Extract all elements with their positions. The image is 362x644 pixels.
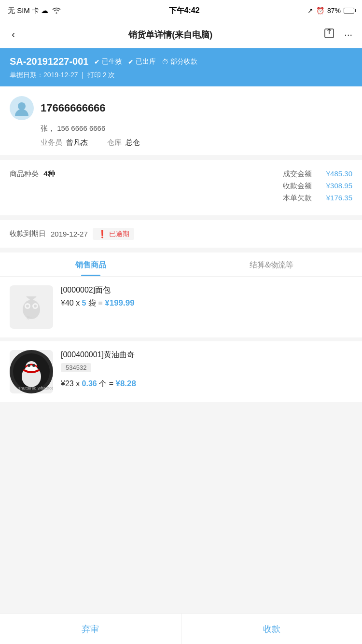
product-qty-2: 0.36 [82,379,97,388]
nav-bar: ‹ 销货单详情(来自电脑) ··· [0,21,362,48]
list-item: shuttered whatnot [000400001]黄油曲奇 534532… [0,341,362,402]
bottom-bar: 弃审 收款 [0,613,362,644]
tab-products[interactable]: 销售商品 [0,252,181,276]
no-sim-label: 无 SIM 卡 ☁ [8,6,48,15]
check-icon-2: ✔ [128,58,134,66]
due-date-card: 收款到期日 2019-12-27 ❗ 已逾期 [0,220,362,248]
customer-top: 17666666666 [10,96,352,120]
svg-point-1 [18,102,26,110]
status-left: 无 SIM 卡 ☁ [8,6,61,15]
product-name-2: [000400001]黄油曲奇 [61,350,352,360]
list-item: 野+ [0000002]面包 ¥40 x 5 袋 = ¥199.99 [0,277,362,337]
product-sku-2: 534532 [61,363,352,376]
order-id: SA-20191227-001 [10,56,88,67]
product-thumbnail-2: shuttered whatnot [10,350,53,393]
alarm-icon: ⏰ [316,7,324,14]
customer-phone: 17666666666 [41,102,106,114]
confirm-button[interactable]: 收款 [181,614,362,644]
overdue-icon: ❗ [97,229,107,238]
stats-left: 商品种类 4种 [10,169,55,206]
status-bar: 无 SIM 卡 ☁ 下午4:42 ↗ ⏰ 87% [0,0,362,21]
svg-point-6 [34,305,37,308]
received-row: 收款金额 ¥308.95 [283,182,352,191]
battery-icon [344,8,354,14]
deal-amount-row: 成交金额 ¥485.30 [283,169,352,179]
svg-point-12 [28,364,30,367]
product-type-count: 4种 [43,169,55,178]
svg-text:shuttered whatnot: shuttered whatnot [18,386,53,391]
status-badge-effective: ✔ 已生效 [94,57,122,66]
battery-label: 87% [327,7,341,14]
check-icon-1: ✔ [94,58,100,66]
stats-right: 成交金额 ¥485.30 收款金额 ¥308.95 本单欠款 ¥176.35 [283,169,352,206]
status-badge-partial: ⏱ 部分收款 [162,57,197,66]
received-value: ¥308.95 [326,182,352,191]
status-time: 下午4:42 [169,6,200,16]
header-banner: SA-20191227-001 ✔ 已生效 ✔ 已出库 ⏱ 部分收款 单据日期：… [0,48,362,86]
location-icon: ↗ [307,7,313,14]
content-area: SA-20191227-001 ✔ 已生效 ✔ 已出库 ⏱ 部分收款 单据日期：… [0,48,362,437]
svg-point-13 [32,364,35,367]
product-thumbnail-1: 野+ [10,285,53,329]
deal-amount-value: ¥485.30 [326,169,352,179]
product-list: 野+ [0000002]面包 ¥40 x 5 袋 = ¥199.99 [0,277,362,402]
back-button[interactable]: ‹ [8,25,19,45]
debt-row: 本单欠款 ¥176.35 [283,194,352,203]
customer-meta: 业务员 曾凡杰 仓库 总仓 [10,138,352,147]
cancel-button[interactable]: 弃审 [0,614,181,644]
product-info-2: [000400001]黄油曲奇 534532 ¥23 x 0.36 个 = ¥8… [61,350,352,389]
wifi-icon [52,7,61,15]
product-qty-1: 5 [82,299,86,307]
product-total-2: ¥8.28 [115,379,136,388]
warehouse-field: 仓库 总仓 [107,138,140,147]
status-right: ↗ ⏰ 87% [307,7,354,14]
product-total-1: ¥199.99 [105,298,134,308]
stats-card: 商品种类 4种 成交金额 ¥485.30 收款金额 ¥308.95 本单欠款 ¥… [0,160,362,215]
customer-card: 17666666666 张， 156 6666 6666 业务员 曾凡杰 仓库 … [0,86,362,155]
tabs: 销售商品 结算&物流等 [0,252,362,277]
debt-value: ¥176.35 [326,194,352,203]
product-price-row-2: ¥23 x 0.36 个 = ¥8.28 [61,379,352,389]
overdue-badge: ❗ 已逾期 [93,228,134,240]
tab-settlement[interactable]: 结算&物流等 [181,252,362,276]
customer-detail: 张， 156 6666 6666 [10,124,352,133]
product-name-1: [0000002]面包 [61,285,352,295]
header-date: 单据日期：2019-12-27 | 打印 2 次 [10,71,352,80]
svg-point-5 [26,305,29,308]
nav-actions: ··· [322,26,354,43]
avatar [10,96,34,120]
more-button[interactable]: ··· [342,27,354,42]
svg-text:野+: 野+ [27,316,32,320]
order-id-row: SA-20191227-001 ✔ 已生效 ✔ 已出库 ⏱ 部分收款 [10,56,352,67]
share-button[interactable] [322,26,336,43]
sales-person-field: 业务员 曾凡杰 [41,138,88,147]
page-title: 销货单详情(来自电脑) [128,29,212,41]
status-badge-delivered: ✔ 已出库 [128,57,156,66]
clock-icon: ⏱ [162,58,168,66]
product-price-row-1: ¥40 x 5 袋 = ¥199.99 [61,298,352,308]
product-info-1: [0000002]面包 ¥40 x 5 袋 = ¥199.99 [61,285,352,308]
